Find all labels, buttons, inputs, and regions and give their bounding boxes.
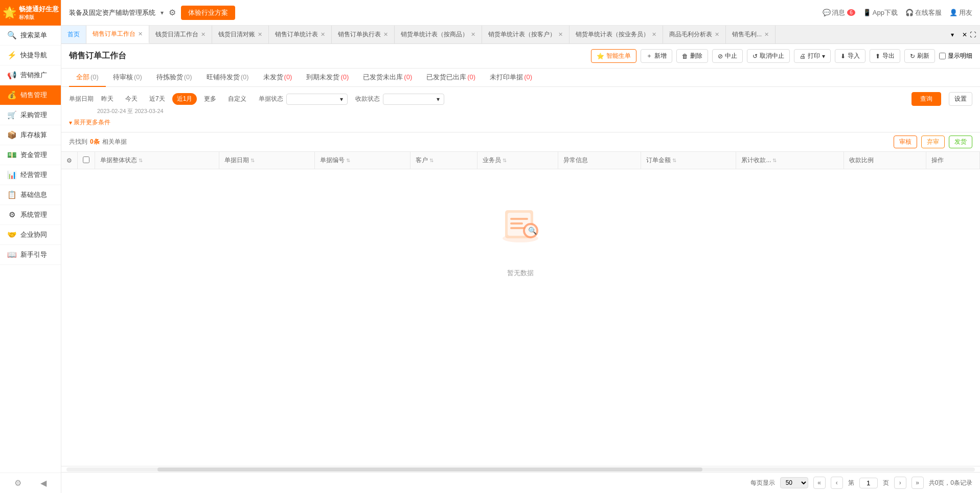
tab-close-all[interactable]: ✕ bbox=[962, 31, 967, 38]
quick-btn-近1月[interactable]: 近1月 bbox=[172, 93, 197, 105]
tab-close-10[interactable]: ✕ bbox=[764, 31, 769, 38]
tab-close-9[interactable]: ✕ bbox=[715, 31, 719, 38]
th-amount[interactable]: 订单金额⇅ bbox=[641, 152, 736, 169]
cancel-stop-btn[interactable]: ↺ 取消中止 bbox=[747, 49, 790, 63]
refresh-btn[interactable]: ↻ 刷新 bbox=[904, 49, 935, 63]
ship-btn[interactable]: 发货 bbox=[949, 136, 972, 148]
page-size-select[interactable]: 50 20 100 bbox=[780, 477, 808, 488]
quick-btn-昨天[interactable]: 昨天 bbox=[97, 93, 118, 105]
page-next-btn[interactable]: › bbox=[894, 477, 906, 489]
tab-close-8[interactable]: ✕ bbox=[652, 31, 656, 38]
tab-5[interactable]: 销售订单执行表✕ bbox=[332, 26, 395, 43]
sub-tab-6[interactable]: 已发货未出库(0) bbox=[356, 69, 419, 87]
page-title: 销售订单工作台 bbox=[69, 51, 126, 61]
sidebar-item-0[interactable]: 🔍搜索菜单 bbox=[0, 26, 61, 46]
payment-label: 收款状态 bbox=[355, 95, 380, 103]
scroll-bar[interactable] bbox=[61, 466, 980, 472]
unapprove-btn[interactable]: 弃审 bbox=[921, 136, 945, 148]
tab-10[interactable]: 销售毛利...✕ bbox=[726, 26, 776, 43]
page-prev-btn[interactable]: ‹ bbox=[831, 477, 843, 489]
tab-9[interactable]: 商品毛利分析表✕ bbox=[663, 26, 726, 43]
online-service[interactable]: 🎧 在线客服 bbox=[905, 8, 942, 17]
tab-2[interactable]: 钱货日清工作台✕ bbox=[149, 26, 212, 43]
tab-1[interactable]: 销售订单工作台✕ bbox=[86, 26, 149, 43]
query-btn[interactable]: 查询 bbox=[911, 92, 941, 106]
sidebar-item-6[interactable]: 💵资金管理 bbox=[0, 145, 61, 165]
tab-fullscreen[interactable]: ⛶ bbox=[970, 31, 976, 38]
quick-btn-近7天[interactable]: 近7天 bbox=[145, 93, 170, 105]
tab-close-6[interactable]: ✕ bbox=[471, 31, 475, 38]
th-number[interactable]: 单据编号⇅ bbox=[314, 152, 410, 169]
th-date[interactable]: 单据日期⇅ bbox=[219, 152, 314, 169]
experience-btn[interactable]: 体验行业方案 bbox=[181, 6, 235, 20]
sidebar-settings-icon[interactable]: ⚙ bbox=[14, 478, 21, 488]
sub-tab-7[interactable]: 已发货已出库(0) bbox=[419, 69, 483, 87]
th-customer[interactable]: 客户⇅ bbox=[410, 152, 477, 169]
sub-tab-3[interactable]: 旺铺待发货(0) bbox=[199, 69, 256, 87]
tab-6[interactable]: 销货单统计表（按商品）✕ bbox=[395, 26, 482, 43]
sidebar-item-3[interactable]: 💰销售管理 bbox=[0, 85, 61, 105]
add-btn[interactable]: ＋ 新增 bbox=[641, 49, 672, 63]
tab-4[interactable]: 销售订单统计表✕ bbox=[269, 26, 332, 43]
cancel-stop-icon: ↺ bbox=[753, 53, 758, 60]
tab-close-3[interactable]: ✕ bbox=[258, 31, 262, 38]
sub-tab-0[interactable]: 全部(0) bbox=[69, 69, 106, 87]
message-item[interactable]: 💬 消息 6 bbox=[823, 8, 855, 17]
sub-tab-4[interactable]: 未发货(0) bbox=[256, 69, 300, 87]
dropdown-icon[interactable]: ▾ bbox=[161, 9, 164, 16]
sub-tab-1[interactable]: 待审核(0) bbox=[106, 69, 149, 87]
print-btn[interactable]: 🖨 打印 ▾ bbox=[794, 49, 831, 63]
th-settings[interactable]: ⚙ bbox=[61, 152, 78, 169]
quick-btn-自定义[interactable]: 自定义 bbox=[223, 93, 251, 105]
sidebar-item-8[interactable]: 📋基础信息 bbox=[0, 185, 61, 205]
sidebar-item-7[interactable]: 📊经营管理 bbox=[0, 165, 61, 185]
system-title: 装备及固定资产辅助管理系统 bbox=[69, 8, 155, 17]
tab-close-2[interactable]: ✕ bbox=[201, 31, 206, 38]
app-download[interactable]: 📱 App下载 bbox=[863, 8, 898, 17]
tab-8[interactable]: 销货单统计表（按业务员）✕ bbox=[569, 26, 663, 43]
tab-close-7[interactable]: ✕ bbox=[558, 31, 563, 38]
quick-btn-今天[interactable]: 今天 bbox=[121, 93, 142, 105]
show-detail-checkbox[interactable]: 显示明细 bbox=[939, 52, 972, 60]
payment-select[interactable]: ▾ bbox=[383, 94, 444, 105]
sidebar-item-9[interactable]: ⚙系统管理 bbox=[0, 205, 61, 225]
status-select[interactable]: ▾ bbox=[286, 94, 348, 105]
tab-overflow-btn[interactable]: ▾ bbox=[947, 31, 958, 38]
settings-icon[interactable]: ⚙ bbox=[169, 8, 176, 17]
sidebar-item-10[interactable]: 🤝企业协同 bbox=[0, 225, 61, 245]
page-first-btn[interactable]: « bbox=[813, 477, 826, 489]
approve-btn[interactable]: 审核 bbox=[894, 136, 917, 148]
stop-btn[interactable]: ⊘ 中止 bbox=[712, 49, 743, 63]
sub-tab-2[interactable]: 待拣验货(0) bbox=[149, 69, 199, 87]
import-btn[interactable]: ⬇ 导入 bbox=[835, 49, 865, 63]
sub-tab-5[interactable]: 到期未发货(0) bbox=[299, 69, 356, 87]
page-input[interactable] bbox=[859, 478, 878, 488]
tab-close-1[interactable]: ✕ bbox=[138, 31, 143, 37]
sub-tab-8[interactable]: 未打印单据(0) bbox=[483, 69, 539, 87]
export-btn[interactable]: ⬆ 导出 bbox=[870, 49, 900, 63]
th-checkbox[interactable] bbox=[78, 152, 95, 169]
sidebar-collapse-icon[interactable]: ◀ bbox=[40, 478, 47, 488]
quick-btn-更多[interactable]: 更多 bbox=[199, 93, 221, 105]
expand-btn[interactable]: ▾ 展开更多条件 bbox=[69, 118, 110, 127]
sidebar-item-1[interactable]: ⚡快捷导航 bbox=[0, 46, 61, 65]
sidebar-item-11[interactable]: 📖新手引导 bbox=[0, 245, 61, 265]
tab-7[interactable]: 销货单统计表（按客户）✕ bbox=[482, 26, 569, 43]
tab-close-5[interactable]: ✕ bbox=[383, 31, 388, 38]
tab-3[interactable]: 钱货日清对账✕ bbox=[212, 26, 269, 43]
status-label: 单据状态 bbox=[259, 95, 283, 103]
tab-close-4[interactable]: ✕ bbox=[321, 31, 325, 38]
delete-btn[interactable]: 🗑 删除 bbox=[676, 49, 708, 63]
th-salesman[interactable]: 业务员⇅ bbox=[477, 152, 558, 169]
user-menu[interactable]: 👤 用友 bbox=[949, 8, 972, 17]
page-last-btn[interactable]: » bbox=[911, 477, 924, 489]
smart-btn[interactable]: ⭐ 智能生单 bbox=[591, 49, 636, 63]
sidebar-item-5[interactable]: 📦库存核算 bbox=[0, 125, 61, 145]
th-collected[interactable]: 累计收款...⇅ bbox=[736, 152, 844, 169]
sidebar-item-4[interactable]: 🛒采购管理 bbox=[0, 105, 61, 125]
scroll-thumb[interactable] bbox=[157, 467, 702, 472]
filter-settings-btn[interactable]: 设置 bbox=[949, 92, 972, 106]
sidebar-item-2[interactable]: 📢营销推广 bbox=[0, 65, 61, 85]
th-status[interactable]: 单据整体状态⇅ bbox=[95, 152, 219, 169]
tab-0[interactable]: 首页 bbox=[61, 26, 86, 43]
